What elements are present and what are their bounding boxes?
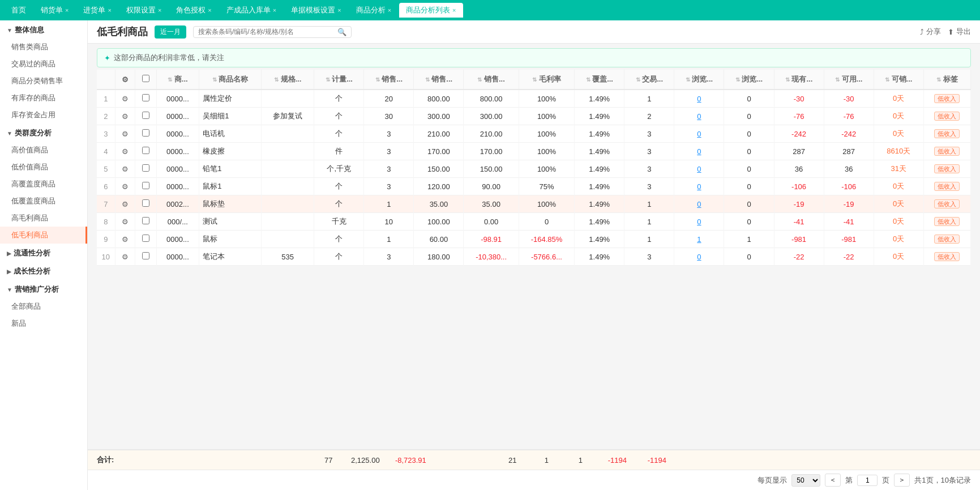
- row-select-checkbox[interactable]: [142, 129, 149, 137]
- share-button[interactable]: ⤴ 分享: [920, 27, 941, 37]
- col-header-gear[interactable]: ⚙: [115, 70, 135, 90]
- gear-icon[interactable]: ⚙: [122, 182, 129, 191]
- nav-item-权限设置[interactable]: 权限设置×: [119, 3, 168, 18]
- sidebar-item-有库存的商品[interactable]: 有库存的商品: [0, 90, 87, 106]
- row-gear[interactable]: ⚙: [115, 178, 135, 195]
- search-input[interactable]: [198, 28, 337, 36]
- view-count-1[interactable]: 0: [674, 125, 724, 143]
- view-count-1[interactable]: 0: [674, 90, 724, 108]
- view-link[interactable]: 0: [697, 112, 701, 121]
- nav-item-进货单[interactable]: 进货单×: [76, 3, 118, 18]
- view-link[interactable]: 1: [697, 235, 701, 244]
- sidebar-item-交易过的商品[interactable]: 交易过的商品: [0, 56, 87, 73]
- row-gear[interactable]: ⚙: [115, 248, 135, 266]
- gear-icon[interactable]: ⚙: [122, 218, 129, 226]
- sidebar-item-销售类商品[interactable]: 销售类商品: [0, 39, 87, 56]
- nav-item-销货单[interactable]: 销货单×: [34, 3, 75, 18]
- view-count-1[interactable]: 0: [674, 248, 724, 266]
- sidebar-item-低毛利商品[interactable]: 低毛利商品: [0, 227, 87, 244]
- view-count-1[interactable]: 0: [674, 143, 724, 160]
- row-select-checkbox[interactable]: [142, 112, 149, 119]
- sidebar-item-库存资金占用[interactable]: 库存资金占用: [0, 106, 87, 123]
- view-link[interactable]: 0: [697, 95, 701, 103]
- view-count-1[interactable]: 0: [674, 108, 724, 125]
- gear-icon[interactable]: ⚙: [122, 253, 129, 261]
- row-gear[interactable]: ⚙: [115, 160, 135, 178]
- sidebar-item-商品分类销售率[interactable]: 商品分类销售率: [0, 73, 87, 90]
- sidebar-item-高价值商品[interactable]: 高价值商品: [0, 142, 87, 159]
- row-checkbox[interactable]: [135, 231, 156, 248]
- row-select-checkbox[interactable]: [142, 182, 149, 189]
- row-checkbox[interactable]: [135, 213, 156, 231]
- row-gear[interactable]: ⚙: [115, 195, 135, 213]
- settings-icon[interactable]: ⚙: [122, 75, 129, 84]
- view-count-1[interactable]: 0: [674, 178, 724, 195]
- prev-page-button[interactable]: ＜: [825, 474, 841, 487]
- sidebar-item-高毛利商品[interactable]: 高毛利商品: [0, 210, 87, 227]
- date-filter-button[interactable]: 近一月: [155, 25, 186, 39]
- close-tab-icon[interactable]: ×: [452, 7, 456, 14]
- gear-icon[interactable]: ⚙: [122, 235, 129, 244]
- next-page-button[interactable]: ＞: [894, 474, 910, 487]
- row-checkbox[interactable]: [135, 195, 156, 213]
- row-checkbox[interactable]: [135, 178, 156, 195]
- page-number-input[interactable]: [857, 475, 878, 486]
- export-button[interactable]: ⬆ 导出: [948, 27, 971, 37]
- row-checkbox[interactable]: [135, 143, 156, 160]
- sidebar-group-流通性分析[interactable]: ▶流通性分析: [0, 244, 87, 262]
- row-select-checkbox[interactable]: [142, 199, 149, 207]
- nav-item-单据模板设置[interactable]: 单据模板设置×: [284, 3, 348, 18]
- view-link[interactable]: 0: [697, 182, 701, 191]
- select-all-checkbox[interactable]: [142, 75, 149, 82]
- sidebar-item-全部商品[interactable]: 全部商品: [0, 298, 87, 315]
- row-checkbox[interactable]: [135, 108, 156, 125]
- row-checkbox[interactable]: [135, 90, 156, 108]
- row-checkbox[interactable]: [135, 160, 156, 178]
- row-select-checkbox[interactable]: [142, 164, 149, 172]
- col-header-checkbox[interactable]: [135, 70, 156, 90]
- view-link[interactable]: 0: [697, 130, 701, 138]
- gear-icon[interactable]: ⚙: [122, 200, 129, 208]
- row-checkbox[interactable]: [135, 125, 156, 143]
- close-tab-icon[interactable]: ×: [158, 7, 161, 14]
- sidebar-item-新品[interactable]: 新品: [0, 315, 87, 332]
- nav-item-首页[interactable]: 首页: [5, 3, 33, 18]
- nav-item-产成品入库单[interactable]: 产成品入库单×: [220, 3, 283, 18]
- row-gear[interactable]: ⚙: [115, 213, 135, 231]
- close-tab-icon[interactable]: ×: [208, 7, 211, 14]
- view-count-1[interactable]: 0: [674, 195, 724, 213]
- nav-item-商品分析[interactable]: 商品分析×: [349, 3, 398, 18]
- row-checkbox[interactable]: [135, 248, 156, 266]
- row-gear[interactable]: ⚙: [115, 108, 135, 125]
- close-tab-icon[interactable]: ×: [337, 7, 341, 14]
- row-select-checkbox[interactable]: [142, 217, 149, 224]
- row-select-checkbox[interactable]: [142, 252, 149, 259]
- close-tab-icon[interactable]: ×: [65, 7, 69, 14]
- sidebar-item-高覆盖度商品[interactable]: 高覆盖度商品: [0, 176, 87, 193]
- gear-icon[interactable]: ⚙: [122, 147, 129, 156]
- nav-item-角色授权[interactable]: 角色授权×: [169, 3, 218, 18]
- close-tab-icon[interactable]: ×: [108, 7, 111, 14]
- sidebar-group-营销推广分析[interactable]: ▼营销推广分析: [0, 280, 87, 298]
- search-icon[interactable]: 🔍: [337, 28, 346, 36]
- row-select-checkbox[interactable]: [142, 235, 149, 242]
- nav-item-商品分析列表[interactable]: 商品分析列表×: [399, 3, 463, 18]
- view-count-1[interactable]: 1: [674, 231, 724, 248]
- row-gear[interactable]: ⚙: [115, 231, 135, 248]
- view-link[interactable]: 0: [697, 218, 701, 226]
- row-gear[interactable]: ⚙: [115, 143, 135, 160]
- page-size-select[interactable]: 50 20 100: [791, 474, 820, 487]
- sidebar-group-成长性分析[interactable]: ▶成长性分析: [0, 262, 87, 280]
- view-count-1[interactable]: 0: [674, 160, 724, 178]
- gear-icon[interactable]: ⚙: [122, 112, 129, 121]
- sidebar-group-整体信息[interactable]: ▼整体信息: [0, 20, 87, 39]
- sidebar-item-低价值商品[interactable]: 低价值商品: [0, 159, 87, 176]
- gear-icon[interactable]: ⚙: [122, 95, 129, 103]
- row-gear[interactable]: ⚙: [115, 125, 135, 143]
- close-tab-icon[interactable]: ×: [273, 7, 276, 14]
- row-gear[interactable]: ⚙: [115, 90, 135, 108]
- view-link[interactable]: 0: [697, 147, 701, 156]
- row-select-checkbox[interactable]: [142, 147, 149, 154]
- view-link[interactable]: 0: [697, 200, 701, 208]
- view-count-1[interactable]: 0: [674, 213, 724, 231]
